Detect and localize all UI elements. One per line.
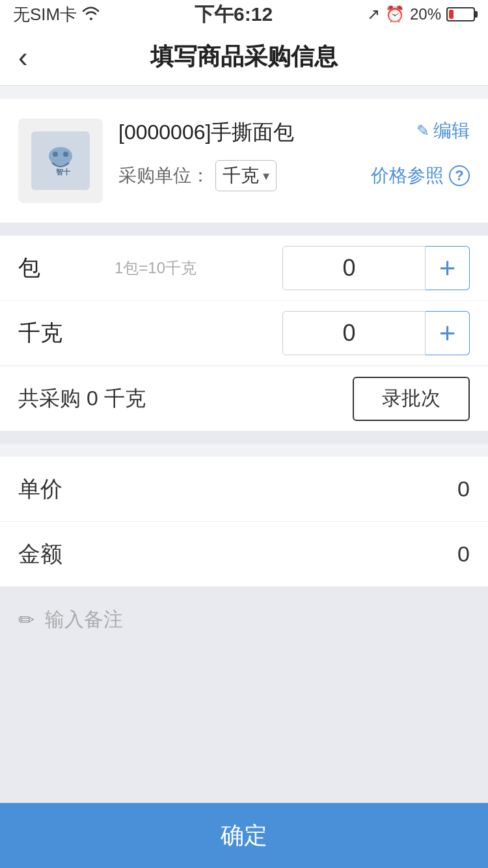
location-icon: ↗ [367, 5, 380, 23]
bao-plus-button[interactable]: + [426, 246, 470, 290]
total-label: 共采购 0 千克 [18, 385, 353, 413]
product-name: [0000006]手撕面包 [118, 118, 416, 147]
price-ref-label: 价格参照 [371, 163, 444, 188]
svg-point-2 [63, 152, 68, 157]
section-divider-2 [0, 431, 488, 444]
unit-label-group: 采购单位： 千克 ▾ [118, 160, 277, 191]
main-content: 智十 [0000006]手撕面包 ✎ 编辑 采购单位： 千克 ▾ [0, 99, 488, 868]
unit-price-row: 单价 0 [0, 457, 488, 522]
product-logo: 智十 [31, 131, 90, 190]
amount-label: 金额 [18, 539, 457, 569]
note-section[interactable]: ✏ 输入备注 [0, 587, 488, 653]
status-right: ↗ ⏰ 20% [367, 5, 475, 23]
unit-label: 采购单位： [118, 165, 210, 185]
status-bar: 无SIM卡 下午6:12 ↗ ⏰ 20% [0, 0, 488, 29]
edit-icon: ✎ [416, 122, 429, 140]
amount-value: 0 [457, 541, 470, 567]
alarm-icon: ⏰ [385, 5, 405, 23]
svg-text:智十: 智十 [55, 168, 71, 176]
kg-input-group: + [282, 311, 470, 355]
note-placeholder: 输入备注 [45, 606, 123, 633]
confirm-label: 确定 [221, 820, 267, 852]
record-batch-button[interactable]: 录批次 [353, 377, 470, 421]
confirm-button[interactable]: 确定 [0, 803, 488, 868]
price-reference-button[interactable]: 价格参照 ? [371, 163, 470, 188]
unit-selector[interactable]: 千克 ▾ [215, 160, 277, 191]
bao-input-row: 包 1包=10千克 + [0, 236, 488, 301]
product-header: [0000006]手撕面包 ✎ 编辑 [118, 118, 470, 147]
input-section: 包 1包=10千克 + 千克 + 共采购 0 千克 录批次 [0, 236, 488, 431]
unit-price-value: 0 [457, 476, 470, 502]
product-image: 智十 [18, 118, 103, 203]
total-row: 共采购 0 千克 录批次 [0, 366, 488, 431]
kg-plus-button[interactable]: + [426, 311, 470, 355]
note-icon: ✏ [18, 608, 34, 631]
status-left: 无SIM卡 [13, 3, 100, 26]
product-card: 智十 [0000006]手撕面包 ✎ 编辑 采购单位： 千克 ▾ [0, 99, 488, 223]
svg-point-1 [53, 152, 58, 157]
bao-sublabel: 1包=10千克 [115, 258, 197, 278]
nav-bar: ‹ 填写商品采购信息 [0, 29, 488, 86]
unit-price-label: 单价 [18, 474, 457, 504]
kg-input-row: 千克 + [0, 301, 488, 366]
page-title: 填写商品采购信息 [150, 41, 338, 73]
help-icon: ? [449, 165, 470, 186]
kg-input[interactable] [282, 311, 426, 355]
kg-label: 千克 [18, 318, 109, 348]
status-time: 下午6:12 [195, 1, 273, 28]
battery [446, 7, 475, 21]
bao-input[interactable] [282, 246, 426, 290]
edit-button[interactable]: ✎ 编辑 [416, 118, 470, 143]
product-info: [0000006]手撕面包 ✎ 编辑 采购单位： 千克 ▾ 价格参照 [118, 118, 470, 191]
price-section: 单价 0 金额 0 [0, 457, 488, 587]
unit-dropdown-arrow: ▾ [263, 168, 269, 183]
back-button[interactable]: ‹ [18, 43, 28, 72]
bao-label: 包 [18, 253, 109, 283]
unit-value: 千克 [223, 163, 259, 188]
section-divider-1 [0, 223, 488, 236]
wifi-icon [82, 5, 100, 25]
amount-row: 金额 0 [0, 522, 488, 587]
battery-percent: 20% [410, 5, 441, 23]
edit-label: 编辑 [433, 118, 470, 143]
carrier-text: 无SIM卡 [13, 3, 77, 26]
bao-input-group: + [282, 246, 470, 290]
product-unit-row: 采购单位： 千克 ▾ 价格参照 ? [118, 160, 470, 191]
